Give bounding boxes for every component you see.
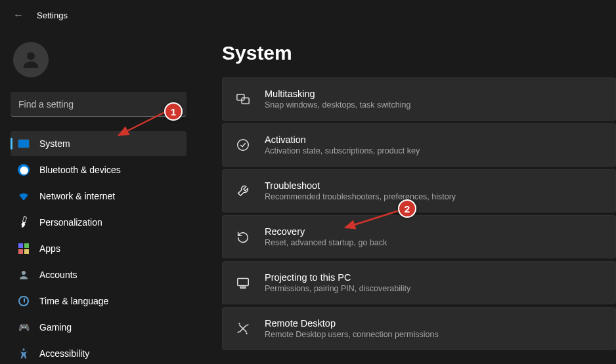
apps-icon <box>17 242 30 255</box>
check-circle-icon <box>234 136 252 153</box>
card-title: Recovery <box>265 226 387 237</box>
sidebar-item-accessibility[interactable]: Accessibility <box>11 341 187 364</box>
card-activation[interactable]: Activation Activation state, subscriptio… <box>222 123 616 167</box>
annotation-badge-2: 2 <box>398 199 416 218</box>
sidebar-item-label: Accessibility <box>39 348 89 359</box>
search-wrap <box>11 92 187 117</box>
sidebar-item-label: System <box>39 138 70 149</box>
remote-desktop-icon <box>234 320 252 337</box>
card-remote-desktop[interactable]: Remote Desktop Remote Desktop users, con… <box>222 307 616 350</box>
card-subtitle: Activation state, subscriptions, product… <box>265 146 420 155</box>
sidebar-item-label: Time & language <box>39 296 108 306</box>
card-title: Remote Desktop <box>265 318 439 329</box>
sidebar-item-label: Bluetooth & devices <box>39 165 121 175</box>
card-title: Troubleshoot <box>265 180 456 191</box>
sidebar-item-label: Gaming <box>39 322 72 333</box>
sidebar-item-network[interactable]: Network & internet <box>11 184 187 209</box>
multitasking-icon <box>234 91 252 108</box>
main-pane: System Multitasking Snap windows, deskto… <box>197 30 616 364</box>
accessibility-icon <box>17 347 30 360</box>
sidebar-item-label: Network & internet <box>39 191 115 201</box>
card-recovery[interactable]: Recovery Reset, advanced startup, go bac… <box>222 215 616 258</box>
sidebar-item-label: Accounts <box>39 270 77 280</box>
projecting-icon <box>234 274 252 291</box>
nav-list: System ⬤ Bluetooth & devices Network & i… <box>11 131 187 364</box>
card-subtitle: Reset, advanced startup, go back <box>265 238 387 247</box>
card-title: Multitasking <box>265 89 410 99</box>
sidebar-item-label: Personalization <box>39 217 102 228</box>
sidebar-item-personalization[interactable]: 🖌 Personalization <box>11 210 187 235</box>
card-title: Projecting to this PC <box>265 272 410 283</box>
header-title: Settings <box>37 10 68 20</box>
avatar-icon <box>13 42 49 77</box>
sidebar-item-gaming[interactable]: 🎮 Gaming <box>11 315 187 340</box>
card-subtitle: Permissions, pairing PIN, discoverabilit… <box>265 284 410 293</box>
back-arrow-icon[interactable]: ← <box>13 9 24 21</box>
window-header: ← Settings <box>0 0 616 30</box>
svg-rect-7 <box>240 287 245 288</box>
clock-icon <box>17 294 30 308</box>
card-title: Activation <box>265 134 420 145</box>
page-title: System <box>222 42 616 64</box>
svg-rect-6 <box>238 279 249 286</box>
sidebar-item-system[interactable]: System <box>11 131 187 156</box>
sidebar: System ⬤ Bluetooth & devices Network & i… <box>0 30 197 364</box>
svg-point-2 <box>22 348 24 350</box>
wifi-icon <box>17 190 30 203</box>
card-multitasking[interactable]: Multitasking Snap windows, desktops, tas… <box>222 77 616 121</box>
sidebar-item-time[interactable]: Time & language <box>11 289 187 313</box>
card-subtitle: Remote Desktop users, connection permiss… <box>265 330 439 339</box>
sidebar-item-label: Apps <box>39 243 60 254</box>
card-subtitle: Snap windows, desktops, task switching <box>265 100 410 110</box>
svg-point-0 <box>27 52 35 60</box>
gamepad-icon: 🎮 <box>17 321 30 334</box>
brush-icon: 🖌 <box>14 213 32 231</box>
sidebar-item-accounts[interactable]: Accounts <box>11 262 187 287</box>
card-projecting[interactable]: Projecting to this PC Permissions, pairi… <box>222 261 616 304</box>
sidebar-item-apps[interactable]: Apps <box>11 236 187 261</box>
settings-list: Multitasking Snap windows, desktops, tas… <box>222 77 616 350</box>
account-row[interactable] <box>11 37 187 89</box>
card-subtitle: Recommended troubleshooters, preferences… <box>265 192 456 201</box>
svg-point-5 <box>238 140 249 151</box>
annotation-badge-1: 1 <box>164 102 183 121</box>
wrench-icon <box>234 182 252 199</box>
system-icon <box>17 137 30 150</box>
card-troubleshoot[interactable]: Troubleshoot Recommended troubleshooters… <box>222 169 616 212</box>
recovery-arrow-icon <box>234 228 252 245</box>
bluetooth-icon: ⬤ <box>17 163 30 176</box>
svg-rect-3 <box>237 94 244 100</box>
search-input[interactable] <box>11 92 187 117</box>
sidebar-item-bluetooth[interactable]: ⬤ Bluetooth & devices <box>11 157 187 182</box>
svg-rect-4 <box>242 98 249 104</box>
person-icon <box>17 268 30 281</box>
svg-point-1 <box>22 271 26 275</box>
